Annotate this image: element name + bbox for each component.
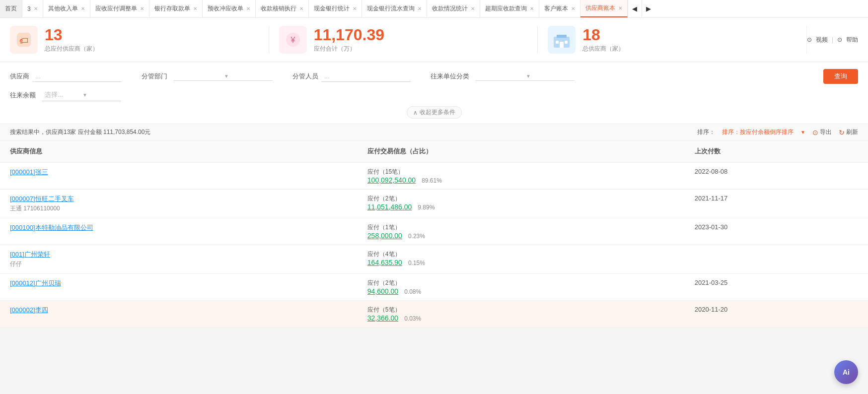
- last-payment-cell: 2023-01-30: [685, 218, 868, 245]
- nav-item-other-income[interactable]: 其他收入单 ✕: [43, 0, 90, 17]
- last-payment-cell: 2020-11-20: [685, 301, 868, 328]
- svg-text:¥: ¥: [290, 36, 295, 44]
- balance-select[interactable]: 选择... ▼: [42, 89, 121, 101]
- nav-item-collection-stats[interactable]: 收款情况统计 ✕: [427, 0, 480, 17]
- category-select[interactable]: ▼: [475, 72, 575, 81]
- query-button[interactable]: 查询: [823, 69, 858, 84]
- chevron-down-icon-sort[interactable]: ▼: [800, 130, 805, 135]
- supplier-contact: 王通 17106110000: [10, 204, 348, 213]
- close-icon[interactable]: ✕: [299, 6, 303, 11]
- supplier-name-link[interactable]: [000001]张三: [10, 168, 348, 177]
- summary-card-total-suppliers: 18 总供应商（家）: [538, 26, 807, 54]
- supplier-info-cell: [000002]李四: [0, 301, 358, 328]
- close-icon[interactable]: ✕: [618, 5, 622, 11]
- supplier-info-cell: [000100]本特勒油品有限公司: [0, 218, 358, 245]
- person-input[interactable]: [321, 71, 411, 82]
- nav-item-overdue[interactable]: 超期应收款查询 ✕: [480, 0, 539, 17]
- close-icon[interactable]: ✕: [193, 6, 197, 11]
- supplier-name-link[interactable]: [000100]本特勒油品有限公司: [10, 223, 348, 232]
- close-icon[interactable]: ✕: [418, 6, 422, 11]
- refresh-button[interactable]: ↻ 刷新: [839, 128, 858, 136]
- svg-rect-7: [565, 41, 568, 44]
- dept-field: 分管部门 ▼: [142, 72, 273, 81]
- export-button[interactable]: ⊙ 导出: [812, 128, 832, 136]
- summary-card-total-payable: ¥ 11,170.39 应付合计（万）: [269, 26, 538, 54]
- payable-label: 应付（1笔）: [367, 224, 401, 231]
- last-payment-date: 2021-03-25: [695, 279, 728, 286]
- payable-pct: 0.08%: [404, 288, 421, 295]
- last-payment-date: 2023-01-30: [695, 223, 728, 231]
- video-icon: ⊙: [807, 36, 812, 43]
- payable-amount[interactable]: 164,635.90: [367, 259, 402, 266]
- supplier-name-link[interactable]: [000002]李四: [10, 306, 348, 315]
- total-suppliers-number: 18: [582, 27, 624, 43]
- nav-item-supplier-book[interactable]: 供应商账本 ✕: [580, 0, 628, 17]
- chevron-down-icon-3: ▼: [82, 92, 118, 98]
- supplier-input[interactable]: [32, 71, 122, 82]
- nav-item-bank-deposit[interactable]: 银行存取款单 ✕: [149, 0, 203, 17]
- close-icon[interactable]: ✕: [140, 6, 144, 11]
- payable-info-cell: 应付（2笔）11,051,486.009.89%: [358, 190, 685, 218]
- last-payment-cell: 2021-11-17: [685, 190, 868, 218]
- table-row: [000100]本特勒油品有限公司应付（1笔）258,000.000.23%20…: [0, 218, 868, 245]
- supplier-info-cell: [001]广州荣轩仔仔: [0, 245, 358, 274]
- close-icon[interactable]: ✕: [471, 6, 475, 11]
- nav-item-3[interactable]: 3 ✕: [22, 0, 43, 17]
- collapse-button[interactable]: ∧ 收起更多条件: [407, 106, 462, 119]
- svg-rect-5: [557, 35, 567, 38]
- payable-amount[interactable]: 32,366.00: [367, 314, 398, 322]
- payable-info-cell: 应付（5笔）32,366.000.03%: [358, 301, 685, 328]
- svg-text:🏷: 🏷: [19, 36, 28, 46]
- payable-info-cell: 应付（4笔）164,635.900.15%: [358, 245, 685, 274]
- supplier-name-link[interactable]: [000012]广州贝瑞: [10, 279, 348, 288]
- close-icon[interactable]: ✕: [81, 6, 85, 11]
- nav-prev-arrow[interactable]: ◀: [628, 0, 642, 18]
- table-row: [000012]广州贝瑞应付（2笔）94,600.000.08%2021-03-…: [0, 274, 868, 301]
- category-label: 往来单位分类: [431, 72, 469, 81]
- payable-label: 应付（15笔）: [367, 168, 404, 175]
- results-bar: 搜索结果中，供应商13家 应付金额 111,703,854.00元 排序： 排序…: [0, 124, 868, 141]
- dept-select[interactable]: ▼: [173, 72, 273, 81]
- close-icon[interactable]: ✕: [571, 6, 575, 11]
- close-icon[interactable]: ✕: [530, 6, 534, 11]
- sort-selector[interactable]: 排序：按应付余额倒序排序: [722, 128, 794, 136]
- table-row: [001]广州荣轩仔仔应付（4笔）164,635.900.15%: [0, 245, 868, 274]
- table-body: [000001]张三应付（15笔）100,092,540.0089.61%202…: [0, 162, 868, 328]
- help-link[interactable]: 帮助: [846, 36, 858, 44]
- nav-item-adjustment[interactable]: 应收应付调整单 ✕: [90, 0, 149, 17]
- nav-item-customer-book[interactable]: 客户账本 ✕: [539, 0, 580, 17]
- payable-amount[interactable]: 100,092,540.00: [367, 176, 416, 184]
- close-icon[interactable]: ✕: [246, 6, 250, 11]
- payable-amount[interactable]: 94,600.00: [367, 287, 398, 295]
- refresh-icon: ↻: [839, 129, 845, 136]
- supplier-name-link[interactable]: [001]广州荣轩: [10, 250, 348, 259]
- payable-info-cell: 应付（2笔）94,600.000.08%: [358, 274, 685, 301]
- payable-label: 应付（4笔）: [367, 251, 401, 258]
- table-row: [000002]李四应付（5笔）32,366.000.03%2020-11-20: [0, 301, 868, 328]
- nav-item-collection[interactable]: 收款核销执行 ✕: [256, 0, 309, 17]
- last-payment-cell: [685, 245, 868, 274]
- close-icon[interactable]: ✕: [34, 6, 38, 11]
- last-payment-cell: 2022-08-08: [685, 162, 868, 190]
- nav-next-arrow[interactable]: ▶: [642, 0, 655, 18]
- close-icon[interactable]: ✕: [353, 6, 357, 11]
- results-summary: 搜索结果中，供应商13家 应付金额 111,703,854.00元: [10, 128, 150, 136]
- summary-bar: 🏷 13 总应付供应商（家） ¥ 11,170.39 应付合计（万）: [0, 18, 868, 62]
- search-row-1: 供应商 分管部门 ▼ 分管人员 往来单位分类 ▼ 查询: [10, 69, 858, 84]
- help-icon: ⊙: [837, 36, 842, 43]
- col-last-payment: 上次付数: [685, 141, 868, 162]
- payable-pct: 0.15%: [408, 260, 425, 266]
- nav-item-home[interactable]: 首页: [0, 0, 22, 17]
- person-field: 分管人员: [292, 71, 411, 82]
- nav-item-prepay[interactable]: 预收冲应收单 ✕: [203, 0, 256, 17]
- payable-amount[interactable]: 258,000.00: [367, 232, 402, 240]
- video-link[interactable]: 视频: [816, 36, 828, 44]
- svg-rect-8: [560, 42, 564, 48]
- payable-label: 应付（2笔）: [367, 195, 401, 202]
- payable-amount[interactable]: 11,051,486.00: [367, 203, 412, 211]
- supplier-name-link[interactable]: [000007]恒旺二手叉车: [10, 195, 348, 203]
- nav-item-cash-bank-stats[interactable]: 现金银行统计 ✕: [309, 0, 362, 17]
- export-icon: ⊙: [812, 129, 818, 136]
- svg-rect-6: [556, 41, 559, 44]
- nav-item-cash-flow[interactable]: 现金银行流水查询 ✕: [362, 0, 427, 17]
